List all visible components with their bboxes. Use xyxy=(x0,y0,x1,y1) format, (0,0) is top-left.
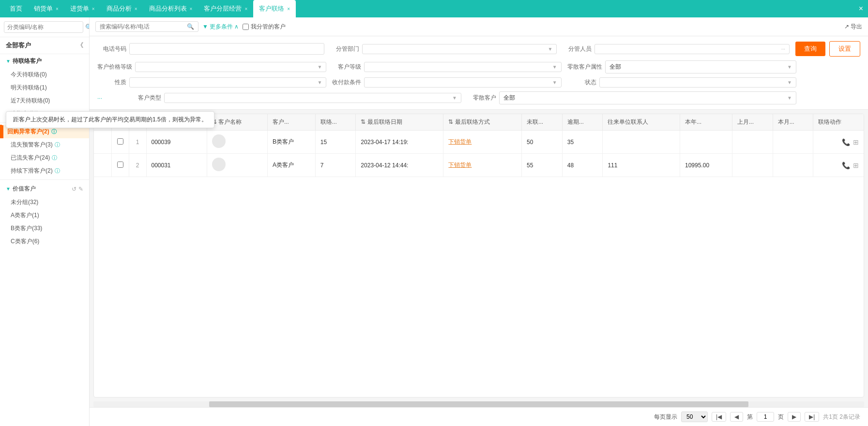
more-filter-link[interactable]: ··· xyxy=(97,95,102,102)
nav-analysis-list[interactable]: 商品分析列表 × xyxy=(143,0,198,17)
sidebar-item-today[interactable]: 今天待联络(0) xyxy=(0,68,89,81)
sidebar-item-a-class[interactable]: A类客户(1) xyxy=(0,209,89,222)
sidebar-item-7days[interactable]: 近7天待联络(0) xyxy=(0,94,89,107)
row2-action-phone-icon[interactable]: 📞 xyxy=(842,162,850,169)
filter-price-grade: 客户价格等级 ▼ xyxy=(97,62,326,72)
row1-last-method-link[interactable]: 下销货单 xyxy=(448,138,472,145)
retail-customer-select[interactable]: 全部 ▼ xyxy=(499,91,796,104)
table-row: 2 000031 A类客户 7 2023-04-12 14:44: 下销货单 5… xyxy=(94,154,864,177)
prev-page-button[interactable]: ◀ xyxy=(730,412,743,422)
sidebar-item-tomorrow[interactable]: 明天待联络(1) xyxy=(0,81,89,94)
last-page-button[interactable]: ▶| xyxy=(805,412,819,422)
filter-customer-type: 客户类型 ▼ xyxy=(132,93,461,103)
row1-avatar xyxy=(212,134,226,148)
nav-customer-segment[interactable]: 客户分层经营 × xyxy=(198,0,253,17)
sidebar-item-lost[interactable]: 已流失客户(24) ⓘ xyxy=(0,151,89,164)
sidebar-header: 全部客户 《 xyxy=(0,37,89,54)
th-type: 客户... xyxy=(267,114,315,131)
value-group-actions: ↺ ✎ xyxy=(72,186,83,192)
th-contacts: 往来单位联系人 xyxy=(603,114,680,131)
scrollbar-thumb[interactable] xyxy=(209,401,748,407)
manager-select[interactable]: ··· xyxy=(594,44,790,54)
row1-checkbox[interactable] xyxy=(117,138,123,145)
row1-action-more-icon[interactable]: ⊞ xyxy=(853,138,859,146)
nav-analysis-close[interactable]: × xyxy=(135,6,137,12)
nav-purchase-close[interactable]: × xyxy=(92,6,95,12)
nav-customer-segment-close[interactable]: × xyxy=(244,6,247,12)
payment-select[interactable]: ▼ xyxy=(364,77,561,88)
row1-code: 000039 xyxy=(146,131,207,154)
th-contact: 联络... xyxy=(315,114,356,131)
sidebar-value-group-header[interactable]: ▼ 价值客户 ↺ ✎ xyxy=(0,182,89,196)
sidebar-item-b-class[interactable]: B类客户(33) xyxy=(0,222,89,235)
nav-customer-contact[interactable]: 客户联络 × xyxy=(253,0,296,17)
retail-customer-arrow-icon: ▼ xyxy=(787,95,792,101)
sidebar-item-loss-warning[interactable]: 流失预警客户(3) ⓘ xyxy=(0,138,89,151)
first-page-button[interactable]: |◀ xyxy=(712,412,726,422)
filter-status: 状态 ▼ xyxy=(567,77,796,88)
dept-label: 分管部门 xyxy=(330,45,359,53)
status-select[interactable]: ▼ xyxy=(599,77,796,88)
customer-grade-label: 客户等级 xyxy=(332,63,361,71)
next-page-button[interactable]: ▶ xyxy=(788,412,801,422)
c-class-label: C类客户(6) xyxy=(11,237,39,246)
sidebar-item-decline[interactable]: 持续下滑客户(2) ⓘ xyxy=(0,164,89,177)
sidebar-search-input[interactable] xyxy=(4,21,83,33)
page-input[interactable] xyxy=(757,412,774,422)
setting-button[interactable]: 设置 xyxy=(829,41,860,57)
row2-pending: 55 xyxy=(522,154,563,177)
phone-input[interactable] xyxy=(129,43,324,55)
value-group-refresh-icon[interactable]: ↺ xyxy=(72,186,76,192)
sidebar-item-c-class[interactable]: C类客户(6) xyxy=(0,235,89,248)
close-window-icon[interactable]: × xyxy=(859,4,863,13)
decline-info-icon: ⓘ xyxy=(55,167,60,175)
sidebar-item-ungroup[interactable]: 未分组(32) xyxy=(0,196,89,209)
nav-home-label: 首页 xyxy=(10,4,22,13)
decline-label: 持续下滑客户(2) xyxy=(11,167,53,175)
customer-grade-arrow-icon: ▼ xyxy=(552,64,557,70)
row2-check xyxy=(111,154,129,177)
nav-customer-contact-close[interactable]: × xyxy=(287,6,290,12)
nav-analysis[interactable]: 商品分析 × xyxy=(101,0,143,17)
sidebar-collapse-button[interactable]: 《 xyxy=(77,41,83,50)
value-group-edit-icon[interactable]: ✎ xyxy=(78,186,83,192)
my-customers-checkbox[interactable] xyxy=(243,24,249,30)
nav-purchase-label: 进货单 xyxy=(70,4,89,13)
7days-label: 近7天待联络(0) xyxy=(11,97,50,105)
customer-type-label: 客户类型 xyxy=(132,94,161,102)
nav-customer-segment-label: 客户分层经营 xyxy=(204,4,242,13)
export-button[interactable]: ↗ 导出 xyxy=(844,23,862,31)
row2-checkbox[interactable] xyxy=(117,162,123,168)
per-page-select[interactable]: 50 100 200 xyxy=(681,411,708,422)
filter-search-icon: 🔍 xyxy=(187,23,194,30)
horizontal-scrollbar[interactable] xyxy=(93,401,864,407)
nav-purchase[interactable]: 进货单 × xyxy=(64,0,101,17)
more-conditions-button[interactable]: ▼ 更多条件 ∧ xyxy=(202,23,239,31)
nav-sales[interactable]: 销货单 × xyxy=(28,0,64,17)
th-name: ⇅ 客户名称 xyxy=(207,114,267,131)
per-page-label: 每页显示 xyxy=(654,413,677,421)
sidebar-search-button[interactable]: 🔍 xyxy=(85,24,90,31)
filter-payment: 收付款条件 ▼ xyxy=(332,77,561,88)
nav-analysis-list-close[interactable]: × xyxy=(190,6,193,12)
main-layout: 🔍 全部客户 《 ▼ 待联络客户 今天待联络(0) 明天待联络(1) 近7天待联… xyxy=(0,17,868,426)
nav-analysis-label: 商品分析 xyxy=(107,4,132,13)
dept-select[interactable]: ▼ xyxy=(362,44,557,54)
customer-type-select[interactable]: ▼ xyxy=(164,93,461,103)
sidebar-pending-group-header[interactable]: ▼ 待联络客户 xyxy=(0,54,89,68)
filter-search-input[interactable] xyxy=(100,23,187,30)
query-button[interactable]: 查询 xyxy=(795,42,825,56)
nav-sales-close[interactable]: × xyxy=(56,6,59,12)
customer-grade-select[interactable]: ▼ xyxy=(364,62,561,72)
row2-last-method-link[interactable]: 下销货单 xyxy=(448,162,472,168)
row2-action-more-icon[interactable]: ⊞ xyxy=(853,162,859,169)
sidebar-divider2 xyxy=(0,179,89,180)
price-grade-select[interactable]: ▼ xyxy=(135,62,326,72)
nav-home[interactable]: 首页 xyxy=(4,0,28,17)
nature-select[interactable]: ▼ xyxy=(129,77,326,88)
retail-attr-select[interactable]: 全部 ▼ xyxy=(605,60,796,73)
filter-customer-grade: 客户等级 ▼ xyxy=(332,62,561,72)
adv-filter: 电话号码 分管部门 ▼ 分管人员 ··· xyxy=(90,36,868,110)
row1-action-phone-icon[interactable]: 📞 xyxy=(842,138,850,146)
row1-overdue: 35 xyxy=(562,131,603,154)
